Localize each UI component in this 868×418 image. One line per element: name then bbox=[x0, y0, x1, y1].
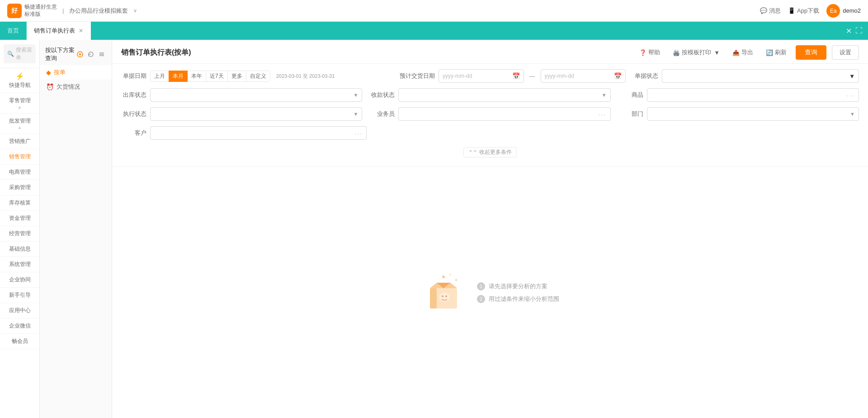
date-end-placeholder: yyyy-mm-dd bbox=[545, 73, 574, 79]
tab-bar: 首页 销售订单执行表 ✕ ✕ ⛶ bbox=[0, 22, 868, 40]
tip1-text: 请先选择要分析的方案 bbox=[489, 282, 547, 290]
date-tab-last-month[interactable]: 上月 bbox=[150, 71, 169, 82]
content-area: 销售订单执行表(按单) ❓ 帮助 🖨️ 按模板打印 ▼ 📤 导出 🔄 刷新 bbox=[112, 40, 868, 418]
expected-date-start-input[interactable]: yyyy-mm-dd 📅 bbox=[439, 69, 524, 83]
wholesale-expand-icon: ▲ bbox=[2, 125, 38, 130]
goods-select[interactable]: ··· bbox=[647, 88, 859, 102]
filter-group-exec-status: 执行状态 ▼ bbox=[121, 107, 362, 121]
salesperson-dots-icon: ··· bbox=[598, 110, 607, 118]
breadcrumb-separator: | bbox=[62, 7, 64, 14]
date-range-text: 2023-03-01 至 2023-03-31 bbox=[276, 73, 335, 80]
payment-status-select[interactable]: ▼ bbox=[398, 88, 610, 102]
dept-select[interactable]: ▼ bbox=[647, 107, 859, 121]
expected-date-end-input[interactable]: yyyy-mm-dd 📅 bbox=[541, 69, 626, 83]
salesperson-label: 业务员 bbox=[369, 110, 395, 118]
exec-status-chevron: ▼ bbox=[353, 111, 358, 117]
tab-sales-order-exec[interactable]: 销售订单执行表 ✕ bbox=[27, 22, 91, 40]
export-btn[interactable]: 📤 导出 bbox=[729, 47, 757, 58]
query-btn[interactable]: 查询 bbox=[796, 45, 826, 60]
exec-status-label: 执行状态 bbox=[121, 110, 146, 118]
sidebar-item-app-center[interactable]: 应用中心 bbox=[0, 303, 39, 318]
sidebar-item-retail[interactable]: 零售管理 ▲ bbox=[0, 93, 39, 114]
order-status-select[interactable]: ▼ bbox=[662, 69, 859, 83]
calendar-end-icon: 📅 bbox=[614, 72, 622, 80]
collapse-up-icon: ⌃⌃ bbox=[468, 149, 477, 156]
refresh-scheme-btn[interactable] bbox=[86, 50, 95, 59]
tab-home[interactable]: 首页 bbox=[0, 22, 27, 40]
collapse-filter-btn[interactable]: ⌃⌃ 收起更多条件 bbox=[463, 147, 517, 157]
help-btn[interactable]: ❓ 帮助 bbox=[636, 47, 664, 58]
date-tab-this-year[interactable]: 本年 bbox=[187, 71, 206, 82]
left-panel-header: 按以下方案查询 bbox=[40, 43, 112, 65]
sidebar-item-enterprise-wechat[interactable]: 企业微信 bbox=[0, 318, 39, 334]
scheme-item-press[interactable]: ◆ 按单 bbox=[40, 65, 112, 80]
search-label: 搜索菜单 bbox=[16, 46, 32, 62]
date-tab-last-7[interactable]: 近7天 bbox=[206, 71, 228, 82]
header-right: 💬 消息 📱 App下载 Ea demo2 bbox=[760, 4, 861, 18]
empty-tips: 1 请先选择要分析的方案 2 用过滤条件来缩小分析范围 bbox=[477, 282, 559, 303]
left-panel-actions bbox=[75, 50, 106, 59]
empty-illustration bbox=[421, 270, 466, 315]
settings-btn[interactable]: 设置 bbox=[832, 45, 859, 60]
tab-minimize-icon[interactable]: ✕ bbox=[846, 27, 852, 35]
date-label: 单据日期 bbox=[121, 72, 146, 80]
sidebar-item-membership[interactable]: 畅会员 bbox=[0, 334, 39, 349]
sidebar-item-basic-info[interactable]: 基础信息 bbox=[0, 242, 39, 257]
customer-select[interactable]: ··· bbox=[150, 126, 367, 140]
goods-label: 商品 bbox=[618, 91, 643, 99]
date-tab-more[interactable]: 更多 bbox=[227, 71, 246, 82]
tab-close-icon[interactable]: ✕ bbox=[79, 28, 83, 34]
debt-icon: ⏰ bbox=[46, 83, 54, 90]
filter-group-customer: 客户 ··· bbox=[121, 126, 367, 140]
refresh-btn[interactable]: 🔄 刷新 bbox=[762, 47, 790, 58]
page-title-actions: ❓ 帮助 🖨️ 按模板打印 ▼ 📤 导出 🔄 刷新 查询 设置 bbox=[636, 45, 859, 60]
order-status-chevron: ▼ bbox=[849, 73, 855, 80]
filter-group-dept: 部门 ▼ bbox=[618, 107, 859, 121]
tip2-text: 用过滤条件来缩小分析范围 bbox=[489, 295, 559, 303]
date-tab-custom[interactable]: 自定义 bbox=[246, 71, 270, 82]
print-template-btn[interactable]: 🖨️ 按模板打印 ▼ bbox=[669, 47, 723, 58]
sidebar-item-wholesale[interactable]: 批发管理 ▲ bbox=[0, 114, 39, 134]
sidebar-item-finance[interactable]: 资金管理 bbox=[0, 211, 39, 226]
delivery-status-select[interactable]: ▼ bbox=[150, 88, 362, 102]
app-download-btn[interactable]: 📱 App下载 bbox=[788, 7, 819, 15]
sidebar-item-purchase[interactable]: 采购管理 bbox=[0, 180, 39, 195]
add-scheme-btn[interactable] bbox=[75, 50, 85, 59]
sidebar-item-sales-mgmt[interactable]: 销售管理 bbox=[0, 149, 39, 165]
payment-status-label: 收款状态 bbox=[369, 91, 395, 99]
sidebar-item-operation[interactable]: 经营管理 bbox=[0, 226, 39, 242]
tip-num-2: 2 bbox=[477, 295, 485, 303]
sidebar-item-newbie[interactable]: 新手引导 bbox=[0, 288, 39, 303]
print-icon: 🖨️ bbox=[673, 49, 680, 56]
main-layout: 🔍 搜索菜单 ⚡ 快捷导航 零售管理 ▲ 批发管理 ▲ 营销推广 销售管理 电商… bbox=[0, 40, 868, 418]
app-download-icon: 📱 bbox=[788, 7, 795, 14]
customer-dots-icon: ··· bbox=[354, 129, 363, 137]
sidebar-item-marketing[interactable]: 营销推广 bbox=[0, 134, 39, 149]
sidebar-item-enterprise-collab[interactable]: 企业协同 bbox=[0, 272, 39, 288]
user-profile[interactable]: Ea demo2 bbox=[826, 4, 861, 18]
date-tab-this-month[interactable]: 本月 bbox=[169, 71, 188, 82]
search-menu-box[interactable]: 🔍 搜索菜单 bbox=[4, 44, 36, 63]
expected-date-label: 预计交货日期 bbox=[400, 72, 435, 80]
svg-point-10 bbox=[455, 279, 458, 281]
sidebar-item-system[interactable]: 系统管理 bbox=[0, 257, 39, 272]
delivery-status-label: 出库状态 bbox=[121, 91, 146, 99]
collapse-panel-btn[interactable] bbox=[97, 50, 106, 59]
sidebar-item-quick-nav[interactable]: ⚡ 快捷导航 bbox=[0, 68, 39, 93]
message-btn[interactable]: 💬 消息 bbox=[760, 7, 781, 15]
filter-group-goods: 商品 ··· bbox=[618, 88, 859, 102]
sidebar-item-inventory[interactable]: 库存核算 bbox=[0, 195, 39, 211]
sidebar-item-ecommerce[interactable]: 电商管理 bbox=[0, 165, 39, 180]
dept-chevron: ▼ bbox=[850, 111, 855, 117]
tip-num-1: 1 bbox=[477, 282, 485, 290]
salesperson-select[interactable]: ··· bbox=[398, 107, 610, 121]
debt-label: 欠货情况 bbox=[57, 83, 80, 91]
tab-maximize-icon[interactable]: ⛶ bbox=[855, 27, 863, 35]
scheme-item-debt[interactable]: ⏰ 欠货情况 bbox=[40, 80, 112, 94]
breadcrumb-dropdown-icon[interactable]: ∨ bbox=[133, 8, 137, 14]
exec-status-select[interactable]: ▼ bbox=[150, 107, 362, 121]
left-panel-title: 按以下方案查询 bbox=[45, 46, 75, 62]
filter-group-payment-status: 收款状态 ▼ bbox=[369, 88, 610, 102]
app-logo-icon: 好 bbox=[7, 4, 22, 18]
date-tab-group: 上月 本月 本年 近7天 更多 自定义 bbox=[150, 71, 270, 82]
